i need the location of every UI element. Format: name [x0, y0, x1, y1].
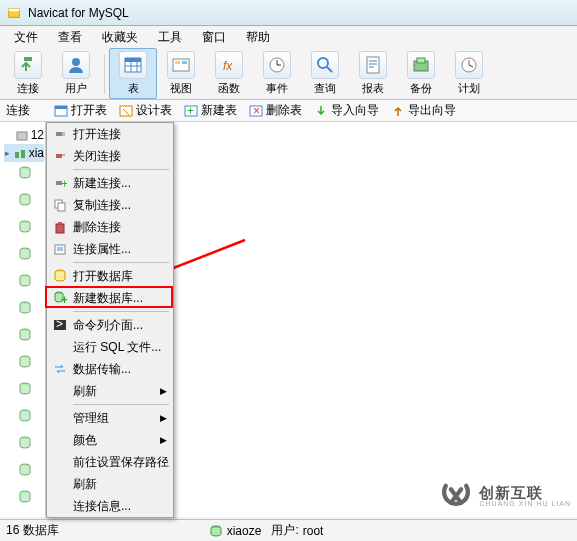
svg-text:+: +: [61, 293, 67, 305]
svg-rect-29: [120, 106, 132, 116]
menu-窗口[interactable]: 窗口: [192, 27, 236, 48]
transfer-icon: [51, 362, 69, 376]
toolbar-function[interactable]: fx函数: [205, 49, 253, 98]
copy-icon: [51, 198, 69, 212]
subbar-icon-5: [391, 104, 405, 118]
watermark: 创新互联 CHUANG XIN HU LIAN: [439, 479, 571, 513]
db-icon[interactable]: [18, 247, 32, 261]
ctx-plug[interactable]: 打开连接: [47, 123, 173, 145]
table-icon: [119, 51, 147, 79]
ctx-plug-new[interactable]: +新建连接...: [47, 172, 173, 194]
db-icon[interactable]: [18, 328, 32, 342]
ctx-props[interactable]: 连接属性...: [47, 238, 173, 260]
ctx-db-new[interactable]: +新建数据库...: [47, 287, 173, 309]
db-icon[interactable]: [18, 382, 32, 396]
titlebar: Navicat for MySQL: [0, 0, 577, 26]
ctx-cmd[interactable]: >_命令列介面...: [47, 314, 173, 336]
svg-text:fx: fx: [223, 59, 233, 73]
submenu-arrow-icon: ▶: [160, 386, 167, 396]
db-icon[interactable]: [18, 166, 32, 180]
svg-rect-1: [9, 8, 20, 11]
toolbar-backup[interactable]: 备份: [397, 49, 445, 98]
main-area: 12▸xia 打开连接关闭连接+新建连接...复制连接...删除连接连接属性..…: [0, 122, 577, 517]
toolbar-connect[interactable]: 连接: [4, 49, 52, 98]
tree-node-12[interactable]: 12: [4, 126, 44, 144]
svg-rect-50: [56, 132, 62, 136]
menu-收藏夹[interactable]: 收藏夹: [92, 27, 148, 48]
svg-rect-36: [21, 150, 25, 158]
query-icon: [311, 51, 339, 79]
db-new-icon: +: [51, 291, 69, 305]
toolbar-table[interactable]: 表: [109, 48, 157, 99]
user-icon: [62, 51, 90, 79]
connection-icon: [13, 146, 27, 160]
tree-node-xia[interactable]: ▸xia: [4, 144, 44, 162]
svg-text:+: +: [187, 104, 194, 118]
subbar-icon-1: [119, 104, 133, 118]
db-icon[interactable]: [18, 355, 32, 369]
ctx-18[interactable]: 前往设置保存路径: [47, 451, 173, 473]
db-icon[interactable]: [18, 193, 32, 207]
ctx-12[interactable]: 运行 SQL 文件...: [47, 336, 173, 358]
expand-icon[interactable]: ▸: [4, 148, 11, 158]
menu-查看[interactable]: 查看: [48, 27, 92, 48]
svg-point-3: [72, 58, 80, 66]
svg-rect-2: [24, 57, 32, 61]
ctx-plug-red[interactable]: 关闭连接: [47, 145, 173, 167]
svg-rect-59: [56, 224, 64, 233]
ctx-db-open[interactable]: 打开数据库: [47, 265, 173, 287]
svg-rect-28: [55, 106, 67, 109]
svg-rect-60: [58, 222, 62, 224]
db-icon: [209, 524, 223, 538]
sidebar-header: 连接: [0, 102, 46, 119]
svg-point-16: [318, 58, 328, 68]
db-open-icon: [51, 269, 69, 283]
connection-tree[interactable]: 12▸xia 打开连接关闭连接+新建连接...复制连接...删除连接连接属性..…: [0, 122, 46, 517]
db-icon[interactable]: [18, 436, 32, 450]
connection-icon: [15, 128, 29, 142]
subbar-icon-0: [54, 104, 68, 118]
ctx-20[interactable]: 连接信息...: [47, 495, 173, 517]
subbar-4[interactable]: 导入向导: [314, 102, 379, 119]
subbar-2[interactable]: +新建表: [184, 102, 237, 119]
menu-帮助[interactable]: 帮助: [236, 27, 280, 48]
toolbar-user[interactable]: 用户: [52, 49, 100, 98]
menu-文件[interactable]: 文件: [4, 27, 48, 48]
subbar-0[interactable]: 打开表: [54, 102, 107, 119]
subbar-icon-3: ×: [249, 104, 263, 118]
toolbar-view[interactable]: 视图: [157, 49, 205, 98]
ctx-copy[interactable]: 复制连接...: [47, 194, 173, 216]
subbar-5[interactable]: 导出向导: [391, 102, 456, 119]
ctx-16[interactable]: 管理组▶: [47, 407, 173, 429]
toolbar-event[interactable]: 事件: [253, 49, 301, 98]
db-icon[interactable]: [18, 409, 32, 423]
subbar-3[interactable]: ×删除表: [249, 102, 302, 119]
db-icon[interactable]: [18, 463, 32, 477]
ctx-19[interactable]: 刷新: [47, 473, 173, 495]
status-connection: xiaoze: [227, 524, 262, 538]
ctx-delete[interactable]: 删除连接: [47, 216, 173, 238]
ctx-14[interactable]: 刷新▶: [47, 380, 173, 402]
ctx-17[interactable]: 颜色▶: [47, 429, 173, 451]
svg-rect-35: [15, 152, 19, 158]
svg-rect-11: [182, 61, 187, 64]
ctx-transfer[interactable]: 数据传输...: [47, 358, 173, 380]
svg-rect-9: [173, 59, 189, 71]
toolbar-query[interactable]: 查询: [301, 49, 349, 98]
db-icon[interactable]: [18, 490, 32, 504]
app-icon: [6, 5, 22, 21]
svg-rect-53: [56, 154, 62, 158]
menu-工具[interactable]: 工具: [148, 27, 192, 48]
submenu-arrow-icon: ▶: [160, 435, 167, 445]
db-icon[interactable]: [18, 301, 32, 315]
subbar-icon-2: +: [184, 104, 198, 118]
svg-text:×: ×: [253, 104, 260, 118]
toolbar-plan[interactable]: 计划: [445, 49, 493, 98]
toolbar-report[interactable]: 报表: [349, 49, 397, 98]
backup-icon: [407, 51, 435, 79]
db-icon[interactable]: [18, 274, 32, 288]
subbar-1[interactable]: 设计表: [119, 102, 172, 119]
db-icon[interactable]: [18, 220, 32, 234]
watermark-text-cn: 创新互联: [479, 485, 571, 500]
expand-icon[interactable]: [4, 130, 13, 140]
